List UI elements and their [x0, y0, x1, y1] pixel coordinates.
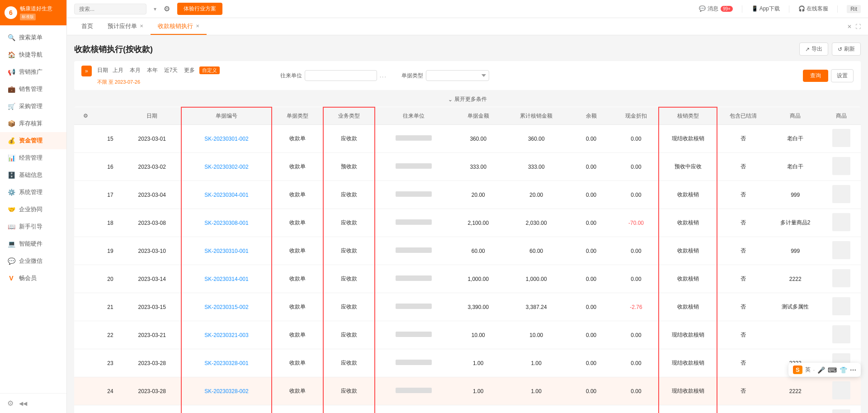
- query-button[interactable]: 查询: [803, 70, 828, 82]
- sidebar-item-enterprise[interactable]: 🤝 企业协同: [0, 201, 66, 218]
- tab-close-all-icon[interactable]: ✕: [847, 24, 852, 30]
- bill-no-link[interactable]: SK-20230328-002: [204, 388, 248, 394]
- topbar-gear-icon[interactable]: ⚙: [164, 5, 170, 13]
- bill-no-link[interactable]: SK-20230328-001: [204, 360, 248, 366]
- table-row: 23 2023-03-28 SK-20230328-001 收款单 应收款 1.…: [74, 349, 861, 377]
- col-settings-header[interactable]: ⚙: [74, 107, 97, 125]
- mic-icon[interactable]: 🎤: [817, 366, 825, 374]
- bill-no-link[interactable]: SK-20230304-001: [204, 192, 248, 198]
- col-bill-type-cell: 收款单: [272, 237, 323, 265]
- col-settings-cell: [74, 349, 97, 377]
- filter-expand-button[interactable]: »: [81, 66, 92, 76]
- tab-expand-icon[interactable]: ⛶: [855, 24, 861, 30]
- export-button[interactable]: ↗ 导出: [799, 43, 828, 56]
- col-goods-cell: 老白干: [769, 125, 822, 153]
- col-settings-cell: [74, 181, 97, 209]
- sidebar-item-marketing[interactable]: 📢 营销推广: [0, 63, 66, 81]
- tab-home-label: 首页: [81, 22, 93, 30]
- sidebar-item-shortcut[interactable]: 🏠 快捷导航: [0, 46, 66, 63]
- message-icon[interactable]: 💬 消息 99+: [699, 5, 733, 13]
- online-service-link[interactable]: 🎧 在线客服: [798, 5, 828, 13]
- sidebar: 6 畅康道好生意 标准版 🔍 搜索菜单 🏠 快捷导航 📢 营销推广 💼 销售管理…: [0, 0, 67, 413]
- sidebar-item-member[interactable]: V 畅会员: [0, 270, 66, 287]
- custom-filter-btn[interactable]: 自定义: [199, 66, 220, 74]
- col-bill-no-cell: SK-20230328-001: [181, 349, 272, 377]
- this-month-filter[interactable]: 本月: [128, 66, 142, 75]
- bill-no-link[interactable]: SK-20230315-002: [204, 304, 248, 310]
- message-badge: 99+: [721, 6, 733, 12]
- col-seq-header: [97, 107, 123, 125]
- dot-icon: ·: [813, 367, 815, 373]
- col-biz-type-cell: 预收款: [323, 153, 375, 181]
- bill-no-link[interactable]: SK-20230310-001: [204, 248, 248, 254]
- col-balance-cell: 0.00: [569, 293, 614, 321]
- col-include-settled-cell: 否: [717, 349, 769, 377]
- grid-icon[interactable]: ⌨: [828, 366, 837, 374]
- sidebar-settings-icon[interactable]: ⚙: [7, 399, 14, 408]
- hardware-icon: 💻: [7, 240, 15, 247]
- more-tools-icon[interactable]: ⋯: [850, 366, 856, 374]
- topbar-search-input[interactable]: [74, 4, 146, 14]
- sidebar-collapse-icon[interactable]: ◀◀: [19, 400, 27, 407]
- sidebar-item-guide[interactable]: 📖 新手引导: [0, 218, 66, 235]
- col-bill-amount-cell: 20.00: [453, 181, 504, 209]
- shirt-icon[interactable]: 👕: [840, 366, 847, 374]
- this-year-filter[interactable]: 本年: [145, 66, 160, 75]
- col-settings-cell: [74, 265, 97, 293]
- topbar-dropdown-icon[interactable]: ▾: [154, 6, 156, 12]
- sidebar-item-search[interactable]: 🔍 搜索菜单: [0, 29, 66, 46]
- last-month-filter[interactable]: 上月: [111, 66, 125, 75]
- sidebar-item-inventory[interactable]: 📦 库存核算: [0, 115, 66, 132]
- tab-close-icon[interactable]: ✕: [196, 24, 199, 28]
- date-range-display: 不限 至 2023-07-26: [97, 79, 140, 85]
- divider: [837, 5, 838, 13]
- bill-no-link[interactable]: SK-20230321-003: [204, 332, 248, 338]
- sidebar-item-sales[interactable]: 💼 销售管理: [0, 81, 66, 98]
- tab-home[interactable]: 首页: [74, 19, 100, 35]
- sidebar-item-hardware[interactable]: 💻 智能硬件: [0, 235, 66, 252]
- tab-pending-payment[interactable]: 预计应付单 ✕: [100, 19, 151, 35]
- col-bill-type-header: 单据类型: [272, 107, 323, 125]
- col-include-settled-cell: 否: [717, 377, 769, 405]
- bill-no-link[interactable]: SK-20230302-002: [204, 164, 248, 170]
- col-seq-cell: 16: [97, 153, 123, 181]
- col-date-cell: 2023-03-14: [123, 265, 181, 293]
- english-icon[interactable]: 英: [805, 366, 811, 374]
- bill-no-link[interactable]: SK-20230314-001: [204, 276, 248, 282]
- basic-icon: 🗄️: [7, 171, 15, 179]
- last7-filter[interactable]: 近7天: [162, 66, 180, 75]
- col-seq-cell: 23: [97, 349, 123, 377]
- col-include-settled-cell: 否: [717, 293, 769, 321]
- settings-button[interactable]: 设置: [831, 69, 854, 82]
- col-bill-type-cell: 收款单: [272, 265, 323, 293]
- col-bill-type-cell: 收款单: [272, 377, 323, 405]
- user-info[interactable]: Rit: [847, 5, 861, 13]
- col-seq-cell: 24: [97, 377, 123, 405]
- more-filter[interactable]: 更多: [182, 66, 197, 75]
- counterpart-filter-input[interactable]: [305, 70, 377, 81]
- filter-counterpart-group: 往来单位 ...: [280, 70, 387, 81]
- voucher-type-filter-select[interactable]: [426, 70, 489, 81]
- sidebar-item-purchase[interactable]: 🛒 采购管理: [0, 98, 66, 115]
- col-settings-cell: [74, 209, 97, 237]
- expand-more-conditions[interactable]: ⌄ 展开更多条件: [448, 95, 487, 103]
- col-counterpart-cell: [375, 209, 452, 237]
- sidebar-item-basic[interactable]: 🗄️ 基础信息: [0, 166, 66, 184]
- sidebar-item-finance[interactable]: 💰 资金管理: [0, 132, 66, 149]
- sidebar-item-label: 系统管理: [19, 188, 42, 196]
- app-download-link[interactable]: 📱 App下载: [751, 5, 780, 13]
- tab-collection-exec[interactable]: 收款核销执行 ✕: [151, 19, 207, 35]
- sidebar-item-system[interactable]: ⚙️ 系统管理: [0, 184, 66, 201]
- col-counterpart-header: 往来单位: [375, 107, 452, 125]
- table-settings-icon[interactable]: ⚙: [83, 113, 88, 119]
- refresh-button[interactable]: ↺ 刷新: [832, 43, 861, 56]
- bill-no-link[interactable]: SK-20230301-002: [204, 136, 248, 142]
- industry-solution-button[interactable]: 体验行业方案: [177, 3, 222, 15]
- tab-pending-payment-label: 预计应付单: [108, 22, 137, 30]
- tab-close-icon[interactable]: ✕: [140, 24, 143, 28]
- sidebar-item-operation[interactable]: 📊 经营管理: [0, 149, 66, 166]
- col-settings-cell: [74, 293, 97, 321]
- sidebar-item-wechat[interactable]: 💬 企业微信: [0, 252, 66, 270]
- bill-no-link[interactable]: SK-20230308-001: [204, 220, 248, 226]
- col-include-settled-cell: 否: [717, 209, 769, 237]
